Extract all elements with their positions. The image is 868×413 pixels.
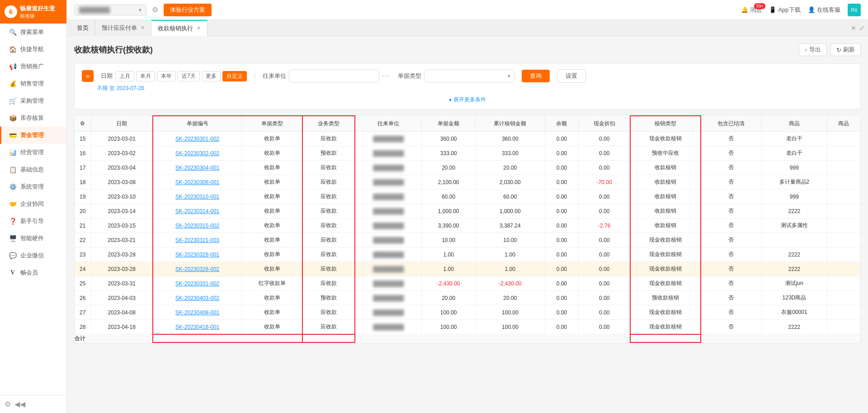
this-month-btn[interactable]: 本月 <box>136 71 155 81</box>
sidebar-item-finance[interactable]: 💳 资金管理 <box>0 127 66 144</box>
sidebar-item-marketing[interactable]: 📢 营销推广 <box>0 58 66 75</box>
sidebar-item-base[interactable]: 📋 基础信息 <box>0 161 66 178</box>
cell-no: 19 <box>75 190 91 204</box>
cell-discount: 0.00 <box>579 204 631 218</box>
tab-home[interactable]: 首页 <box>71 20 95 36</box>
query-button[interactable]: 查询 <box>522 70 550 82</box>
this-year-btn[interactable]: 本年 <box>157 71 176 81</box>
sidebar: 6 畅康道好生意 标推版 🔍 搜索菜单 🏠 快捷导航 📢 营销推广 💰 销售管理… <box>0 0 67 413</box>
cell-bill-no: SK-20230408-001 <box>153 305 242 320</box>
cell-product1 <box>761 233 827 247</box>
last7-btn[interactable]: 近7天 <box>178 71 200 81</box>
last-month-btn[interactable]: 上月 <box>115 71 134 81</box>
sidebar-item-search[interactable]: 🔍 搜索菜单 <box>0 24 66 41</box>
table-row: 23 2023-03-28 SK-20230328-001 收款单 应收款 ██… <box>75 247 860 262</box>
sidebar-item-member[interactable]: V 畅会员 <box>0 264 66 281</box>
sidebar-item-hardware[interactable]: 🖥️ 智能硬件 <box>0 230 66 247</box>
purchase-icon: 🛒 <box>9 97 17 104</box>
billtype-filter-section: 单据类型 ▾ <box>398 70 514 82</box>
sidebar-item-purchase[interactable]: 🛒 采购管理 <box>0 92 66 109</box>
cell-product1: 测试多属性 <box>761 218 827 233</box>
logo-icon: 6 <box>5 5 17 18</box>
settings-bottom-icon[interactable]: ⚙ <box>5 400 11 408</box>
partner-filter-section: 往来单位 ··· <box>263 70 391 82</box>
cell-balance: 0.00 <box>545 291 578 305</box>
col-settings[interactable]: ⚙ <box>75 116 91 132</box>
cell-product2 <box>827 190 860 204</box>
cell-product1: 123D商品 <box>761 291 827 305</box>
cell-partner: ████████ <box>355 262 422 276</box>
cell-amount: 100.00 <box>422 305 476 320</box>
refresh-button[interactable]: ↻ 刷新 <box>830 43 861 56</box>
tab-pending[interactable]: 预计应应付单 ✕ <box>95 20 151 36</box>
cell-bill-no: SK-20230304-001 <box>153 161 242 175</box>
cell-verify-type: 现金收款核销 <box>630 276 700 291</box>
cell-product1: 2222 <box>761 204 827 218</box>
expand-more-btn[interactable]: ▾ 展开更多条件 <box>82 96 853 104</box>
cell-bill-no: SK-20230314-001 <box>153 204 242 218</box>
gear-icon[interactable]: ⚙ <box>152 5 158 14</box>
table-scroll[interactable]: ⚙ 日期 单据编号 单据类型 业务类型 往来单位 单据金额 累计核销金额 余额 … <box>75 115 860 343</box>
main-area: ████████ ▾ ⚙ 体验行业方案 🔔 消息 99+ 📱 App下载 👤 在… <box>67 0 868 413</box>
cell-verify-type: 现金收款核销 <box>630 233 700 247</box>
online-service-button[interactable]: 👤 在线客服 <box>808 6 840 14</box>
cell-verified: 2,030.00 <box>475 175 545 190</box>
sidebar-item-inventory[interactable]: 📦 库存核算 <box>0 109 66 127</box>
sidebar-item-newbie[interactable]: ❓ 新手引导 <box>0 213 66 230</box>
cell-date: 2023-03-21 <box>91 233 153 247</box>
solution-button[interactable]: 体验行业方案 <box>164 4 212 16</box>
tab-expand-icon[interactable]: ⤢ <box>859 24 864 32</box>
custom-btn[interactable]: 自定义 <box>222 71 247 81</box>
filter-settings-button[interactable]: 设置 <box>557 69 586 83</box>
filter-dots: ··· <box>382 72 391 80</box>
col-balance: 余额 <box>545 116 578 132</box>
tab-pending-close-icon[interactable]: ✕ <box>141 25 145 31</box>
table-row: 17 2023-03-04 SK-20230304-001 收款单 应收款 ██… <box>75 161 860 175</box>
cell-amount: 1.00 <box>422 262 476 276</box>
more-btn[interactable]: 更多 <box>202 71 221 81</box>
sidebar-item-sales[interactable]: 💰 销售管理 <box>0 75 66 92</box>
branch-selector[interactable]: ████████ ▾ <box>74 5 146 15</box>
table-row: 15 2023-03-01 SK-20230301-002 收款单 应收款 ██… <box>75 132 860 146</box>
tab-bar: 首页 预计应应付单 ✕ 收款核销执行 ✕ ✕ ⤢ <box>67 20 868 36</box>
tab-verify[interactable]: 收款核销执行 ✕ <box>151 20 208 36</box>
tab-close-all-icon[interactable]: ✕ <box>851 24 856 32</box>
table-header-row: ⚙ 日期 单据编号 单据类型 业务类型 往来单位 单据金额 累计核销金额 余额 … <box>75 116 860 132</box>
cell-date: 2023-03-14 <box>91 204 153 218</box>
filter-toggle-button[interactable]: » <box>82 70 94 82</box>
col-date: 日期 <box>91 116 153 132</box>
cell-no: 25 <box>75 276 91 291</box>
sidebar-item-wechat[interactable]: 💬 企业微信 <box>0 247 66 264</box>
partner-input[interactable] <box>289 70 379 82</box>
cell-amount: 2,100.00 <box>422 175 476 190</box>
cell-balance: 0.00 <box>545 305 578 320</box>
sidebar-item-system[interactable]: ⚙️ 系统管理 <box>0 178 66 195</box>
cell-partner: ████████ <box>355 291 422 305</box>
sidebar-item-operations[interactable]: 📊 经营管理 <box>0 144 66 161</box>
chevron-down-icon-expand: ▾ <box>449 97 452 103</box>
cell-no: 28 <box>75 320 91 335</box>
cell-amount: 3,390.00 <box>422 218 476 233</box>
cell-partner: ████████ <box>355 161 422 175</box>
tab-verify-close-icon[interactable]: ✕ <box>197 25 201 31</box>
notification-button[interactable]: 🔔 消息 99+ <box>741 6 762 14</box>
table-row: 20 2023-03-14 SK-20230314-001 收款单 应收款 ██… <box>75 204 860 218</box>
sidebar-item-enterprise[interactable]: 🤝 企业协同 <box>0 195 66 213</box>
avatar[interactable]: Rit <box>848 4 861 16</box>
export-button[interactable]: ↑ 导出 <box>799 43 827 56</box>
app-download-button[interactable]: 📱 App下载 <box>769 6 800 14</box>
bill-type-select[interactable]: ▾ <box>424 70 514 82</box>
cell-date: 2023-03-04 <box>91 161 153 175</box>
col-bill-no: 单据编号 <box>153 116 242 132</box>
cell-verified: 100.00 <box>475 305 545 320</box>
cell-verify-type: 预收中应收 <box>630 146 700 161</box>
cell-balance: 0.00 <box>545 233 578 247</box>
hardware-icon: 🖥️ <box>9 235 17 242</box>
collapse-icon[interactable]: ◀◀ <box>14 400 25 408</box>
cell-bill-no: SK-20230302-002 <box>153 146 242 161</box>
cell-bill-type: 收款单 <box>242 146 303 161</box>
cell-balance: 0.00 <box>545 247 578 262</box>
cell-verify-type: 收款核销 <box>630 161 700 175</box>
sidebar-item-quicknav[interactable]: 🏠 快捷导航 <box>0 41 66 58</box>
cell-amount: 360.00 <box>422 132 476 146</box>
